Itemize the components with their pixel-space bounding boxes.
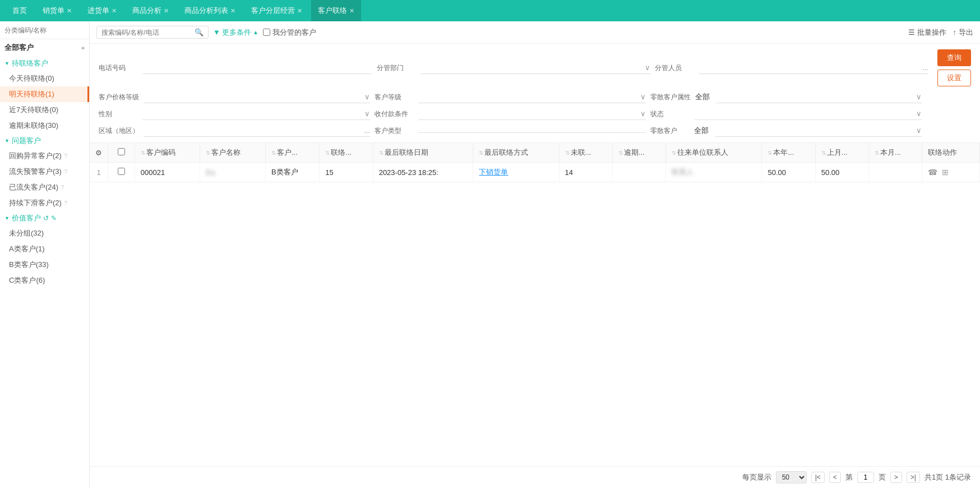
filter-customer-level-select[interactable]: ∨ (418, 91, 646, 103)
sidebar-item-overdue[interactable]: 逾期未联络(30) (0, 118, 89, 133)
per-page-label: 每页显示 (742, 472, 771, 482)
sidebar-item-class-c[interactable]: C类客户(6) (0, 273, 89, 288)
filter-status-select[interactable]: ∨ (694, 108, 922, 120)
query-button[interactable]: 查询 (937, 49, 971, 66)
sidebar-item-today[interactable]: 今天待联络(0) (0, 71, 89, 86)
sidebar-group-pending: 待联络客户 (0, 56, 89, 71)
nav-product-analysis[interactable]: 商品分析 ✕ (126, 0, 175, 21)
dots-icon[interactable]: ... (922, 63, 928, 72)
action-grid-icon[interactable]: ⊞ (942, 168, 949, 177)
search-icon[interactable]: 🔍 (195, 28, 204, 36)
sidebar-item-continuous-decline[interactable]: 持续下滑客户(2) ? (0, 195, 89, 211)
sort-icon-this-month: ⇅ (875, 150, 879, 156)
edit-value-icon[interactable]: ✎ (51, 214, 57, 222)
filter-row-3: 性别 ∨ 收付款条件 ∨ 状态 ∨ (99, 108, 971, 120)
filter-retail-attr: 零散客户属性 全部 ∨ (650, 91, 922, 103)
filter-row-2: 客户价格等级 ∨ 客户等级 ∨ 零散客户属性 全部 ∨ (99, 91, 971, 103)
last-method-link[interactable]: 下销货单 (479, 168, 508, 176)
col-checkbox[interactable] (108, 143, 135, 163)
sidebar-item-class-b[interactable]: B类客户(33) (0, 257, 89, 273)
first-page-btn[interactable]: |< (811, 472, 825, 483)
filter-dept-select[interactable]: ∨ (420, 62, 650, 74)
export-btn[interactable]: ↑ 导出 (953, 27, 974, 38)
nav-close-purchase[interactable]: ✕ (112, 7, 117, 15)
sidebar-item-loss-warning[interactable]: 流失预警客户(3) ? (0, 164, 89, 179)
filter-payment-select[interactable]: ∨ (418, 108, 646, 120)
sidebar-item-tomorrow[interactable]: 明天待联络(1) (0, 86, 89, 102)
select-all-checkbox[interactable] (118, 148, 125, 155)
nav-sales[interactable]: 销货单 ✕ (36, 0, 78, 21)
filter-actions: 查询 设置 (937, 49, 971, 86)
filter-customer-type: 客户类型 (375, 126, 646, 136)
row-index: 1 (90, 163, 108, 182)
filter-retail-attr-value: 全部 (695, 92, 710, 102)
action-phone-icon[interactable]: ☎ (928, 168, 937, 177)
filter-value-level-label: 客户价格等级 (99, 93, 139, 102)
filter-customer-type-select[interactable] (418, 129, 646, 133)
sidebar-item-lost[interactable]: 已流失客户(24) ? (0, 179, 89, 195)
help-icon-decline: ? (64, 200, 67, 206)
last-page-btn[interactable]: >| (907, 472, 920, 483)
nav-product-analysis-list[interactable]: 商品分析列表 ✕ (178, 0, 242, 21)
row-checkbox-cell[interactable] (108, 163, 135, 182)
filter-payment-label: 收付款条件 (375, 109, 414, 119)
nav-customer-contact[interactable]: 客户联络 ✕ (311, 0, 361, 21)
my-customers-checkbox-label[interactable]: 我分管的客户 (263, 27, 316, 38)
filter-phone-input[interactable] (142, 62, 372, 74)
filter-customer-type-label: 客户类型 (375, 126, 414, 136)
col-contacts: ⇅联络... (320, 143, 373, 163)
footer: 每页显示 50 100 200 |< < 第 页 > >| 共1页 1条记录 (90, 466, 980, 488)
sidebar-item-repurchase-abnormal[interactable]: 回购异常客户(2) ? (0, 148, 89, 164)
filter-manager-label: 分管人员 (655, 63, 694, 73)
my-customers-checkbox[interactable] (263, 29, 270, 36)
nav-close-sales[interactable]: ✕ (67, 7, 72, 15)
col-settings[interactable]: ⚙ (90, 143, 108, 163)
sidebar-search-wrap: 🔍 (0, 21, 89, 39)
filter-region-select[interactable]: ... (144, 125, 370, 137)
batch-ops-btn[interactable]: ☰ 批量操作 (908, 27, 946, 38)
sort-icon-date: ⇅ (379, 150, 383, 156)
filter-customer-level-label: 客户等级 (375, 93, 414, 102)
filter-region: 区域（地区） ... (99, 125, 370, 137)
filter-customer-level: 客户等级 ∨ (375, 91, 646, 103)
chevron-down-icon-7: ∨ (916, 109, 922, 118)
filter-retail-attr-select[interactable]: ∨ (716, 91, 922, 103)
nav-close-customer-tier[interactable]: ✕ (297, 7, 302, 15)
nav-customer-tier[interactable]: 客户分层经营 ✕ (244, 0, 309, 21)
nav-close-customer-contact[interactable]: ✕ (349, 7, 354, 15)
col-action: 联络动作 (922, 143, 980, 163)
filter-status: 状态 ∨ (650, 108, 922, 120)
page-label: 第 (845, 472, 853, 482)
sidebar-search-input[interactable] (4, 26, 89, 34)
col-name: ⇅客户名称 (200, 143, 266, 163)
dots-icon-2[interactable]: ... (364, 126, 370, 135)
nav-close-product-analysis[interactable]: ✕ (164, 7, 169, 15)
search-input[interactable] (101, 29, 192, 36)
row-overdue (612, 163, 665, 182)
more-conditions-btn[interactable]: ▼ 更多条件 ▲ (213, 27, 258, 38)
sidebar-item-week[interactable]: 近7天待联络(0) (0, 102, 89, 118)
filter-value-level-select[interactable]: ∨ (144, 91, 370, 103)
nav-purchase[interactable]: 进货单 ✕ (81, 0, 123, 21)
nav-home[interactable]: 首页 (6, 0, 34, 21)
all-customers-header[interactable]: 全部客户 « (0, 39, 89, 56)
set-button[interactable]: 设置 (937, 70, 971, 86)
page-input[interactable] (857, 472, 874, 483)
per-page-select[interactable]: 50 100 200 (776, 471, 807, 484)
refresh-icon[interactable]: ↺ (43, 214, 49, 222)
col-code: ⇅客户编码 (135, 143, 200, 163)
filter-manager-select[interactable]: ... (699, 62, 928, 74)
nav-close-product-analysis-list[interactable]: ✕ (230, 7, 235, 15)
row-checkbox[interactable] (118, 168, 125, 175)
sidebar-item-ungrouped[interactable]: 未分组(32) (0, 225, 89, 241)
filter-phone-label: 电话号码 (99, 63, 138, 73)
next-page-btn[interactable]: > (890, 472, 902, 483)
filter-retail-customer-select[interactable]: ∨ (715, 125, 922, 137)
sidebar-item-class-a[interactable]: A类客户(1) (0, 241, 89, 257)
prev-page-btn[interactable]: < (829, 472, 841, 483)
chevron-down-icon: ∨ (645, 63, 650, 72)
filter-gender-select[interactable]: ∨ (142, 108, 370, 120)
filter-gender-label: 性别 (99, 109, 138, 119)
sidebar: 🔍 全部客户 « 待联络客户 今天待联络(0) 明天待联络(1) 近7天待联络(… (0, 21, 90, 488)
sort-icon-contacts: ⇅ (325, 150, 330, 156)
